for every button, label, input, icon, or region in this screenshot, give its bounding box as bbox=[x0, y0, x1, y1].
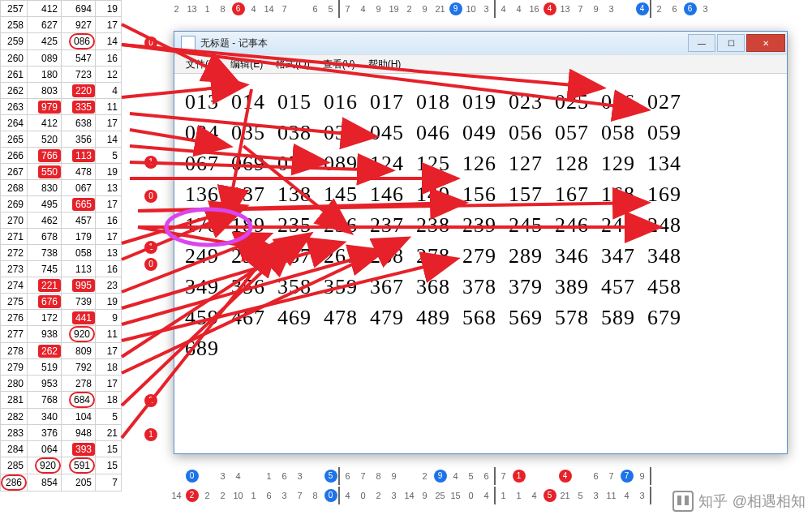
strip-cell: 14 bbox=[261, 4, 277, 14]
strip-cell: 7 bbox=[340, 4, 355, 14]
menu-item[interactable]: 文件(F) bbox=[179, 56, 224, 73]
strip-cell: 9 bbox=[448, 2, 463, 15]
sheet-row: 26008954716 bbox=[1, 50, 122, 67]
watermark-brand: 知乎 bbox=[698, 491, 728, 511]
strip-cell: 3 bbox=[292, 471, 307, 481]
row-badge: 0 bbox=[144, 258, 157, 271]
sheet-row: 25862792717 bbox=[1, 17, 122, 33]
strip-cell: 7 bbox=[604, 471, 619, 481]
strip-cell: 1 bbox=[511, 470, 526, 483]
sheet-row: 27567673919 bbox=[1, 294, 122, 310]
strip-cell: 4 bbox=[542, 2, 557, 15]
strip-cell: 2 bbox=[417, 471, 432, 481]
strip-cell: 3 bbox=[215, 471, 230, 481]
number-ball: 2 bbox=[186, 489, 199, 502]
strip-cell: 4 bbox=[230, 471, 246, 481]
number-ball: 7 bbox=[621, 470, 634, 483]
number-ball: 5 bbox=[324, 470, 337, 483]
row-badge: 0 bbox=[144, 36, 157, 49]
strip-cell: 0 bbox=[323, 489, 338, 502]
strip-cell: 2 bbox=[215, 491, 230, 500]
strip-cell: 4 bbox=[448, 471, 463, 481]
sheet-row: 27167817917 bbox=[1, 229, 122, 245]
strip-cell: 3 bbox=[386, 491, 402, 500]
number-ball: 9 bbox=[434, 470, 447, 483]
maximize-button[interactable]: ☐ bbox=[717, 34, 745, 52]
sheet-row: 2868542057 bbox=[1, 474, 122, 491]
strip-cell: 7 bbox=[496, 471, 511, 481]
sheet-row: 25942508614 bbox=[1, 33, 122, 50]
menu-item[interactable]: 帮助(H) bbox=[362, 56, 408, 73]
minimize-button[interactable]: — bbox=[688, 34, 715, 52]
number-ball: 6 bbox=[684, 2, 697, 15]
row-badge: 1 bbox=[144, 156, 157, 169]
strip-cell: 5 bbox=[463, 471, 479, 481]
sheet-row: 28592059115 bbox=[1, 457, 122, 474]
watermark-author: @相遇相知 bbox=[733, 491, 806, 511]
titlebar[interactable]: 无标题 - 记事本 — ☐ ✕ bbox=[174, 32, 787, 54]
strip-cell: 9 bbox=[634, 471, 650, 481]
number-ball: 5 bbox=[543, 489, 556, 502]
menu-item[interactable]: 查看(V) bbox=[316, 56, 362, 73]
notepad-textarea[interactable]: 013 014 015 016 017 018 019 023 025 026 … bbox=[175, 74, 786, 453]
strip-cell: 7 bbox=[355, 471, 371, 481]
row-badge: 2 bbox=[144, 394, 157, 407]
sheet-row: 28095327817 bbox=[1, 376, 122, 392]
strip-cell: 21 bbox=[432, 4, 448, 14]
strip-cell: 6 bbox=[667, 4, 682, 14]
strip-cell: 9 bbox=[588, 4, 604, 14]
strip-cell: 1 bbox=[261, 471, 277, 481]
strip-cell: 3 bbox=[277, 491, 292, 500]
sheet-row: 27273805813 bbox=[1, 245, 122, 261]
strip-cell: 1 bbox=[246, 491, 261, 500]
sheet-row: 28406439315 bbox=[1, 441, 122, 457]
strip-cell: 4 bbox=[479, 491, 494, 500]
strip-cell: 9 bbox=[386, 471, 402, 481]
notepad-window: 无标题 - 记事本 — ☐ ✕ 文件(F)编辑(E)格式(O)查看(V)帮助(H… bbox=[174, 31, 788, 454]
strip-cell: 6 bbox=[307, 4, 323, 14]
window-title: 无标题 - 记事本 bbox=[200, 36, 268, 50]
strip-cell: 4 bbox=[496, 4, 511, 14]
background-spreadsheet: 2574126941925862792717259425086142600895… bbox=[0, 0, 169, 515]
strip-cell: 0 bbox=[463, 491, 479, 500]
sheet-row: 25741269419 bbox=[1, 1, 122, 17]
strip-cell: 2 bbox=[402, 4, 417, 14]
strip-cell: 6 bbox=[340, 471, 355, 481]
strip-cell: 4 bbox=[246, 4, 261, 14]
strip-cell: 1 bbox=[496, 491, 511, 500]
strip-cell: 0 bbox=[184, 470, 200, 483]
strip-cell: 4 bbox=[619, 491, 634, 500]
strip-cell: 2 bbox=[200, 491, 215, 500]
strip-cell: 3 bbox=[634, 491, 650, 500]
sheet-row: 27951979218 bbox=[1, 359, 122, 376]
watermark: 知乎 @相遇相知 bbox=[672, 491, 806, 512]
number-ball: 4 bbox=[636, 2, 649, 15]
strip-cell: 9 bbox=[417, 491, 432, 500]
row-badge: 1 bbox=[144, 428, 157, 441]
strip-cell: 9 bbox=[432, 470, 448, 483]
strip-cell: 6 bbox=[479, 471, 494, 481]
number-ball: 6 bbox=[232, 2, 245, 15]
strip-cell: 21 bbox=[557, 491, 573, 500]
strip-cell: 4 bbox=[634, 2, 650, 15]
strip-cell: 4 bbox=[557, 470, 573, 483]
menu-item[interactable]: 编辑(E) bbox=[224, 56, 269, 73]
sheet-row: 26397933511 bbox=[1, 99, 122, 115]
strip-cell: 4 bbox=[511, 4, 526, 14]
sheet-row: 27422199523 bbox=[1, 277, 122, 294]
row-badge: 0 bbox=[144, 190, 157, 203]
strip-cell: 9 bbox=[417, 4, 432, 14]
number-ball: 1 bbox=[513, 470, 526, 483]
menu-item[interactable]: 格式(O) bbox=[269, 56, 316, 73]
strip-cell: 15 bbox=[448, 491, 463, 500]
strip-cell: 6 bbox=[230, 2, 246, 15]
close-button[interactable]: ✕ bbox=[746, 34, 785, 52]
strip-cell: 2 bbox=[169, 4, 184, 14]
sheet-row: 28337694821 bbox=[1, 425, 122, 441]
sheet-row: 2667661135 bbox=[1, 148, 122, 164]
strip-cell: 8 bbox=[371, 471, 386, 481]
number-strip-top: 2131864147657491929219103441641379342663 bbox=[169, 0, 812, 18]
strip-cell: 14 bbox=[169, 491, 184, 500]
strip-cell: 1 bbox=[200, 4, 215, 14]
sheet-table: 2574126941925862792717259425086142600895… bbox=[0, 0, 122, 491]
